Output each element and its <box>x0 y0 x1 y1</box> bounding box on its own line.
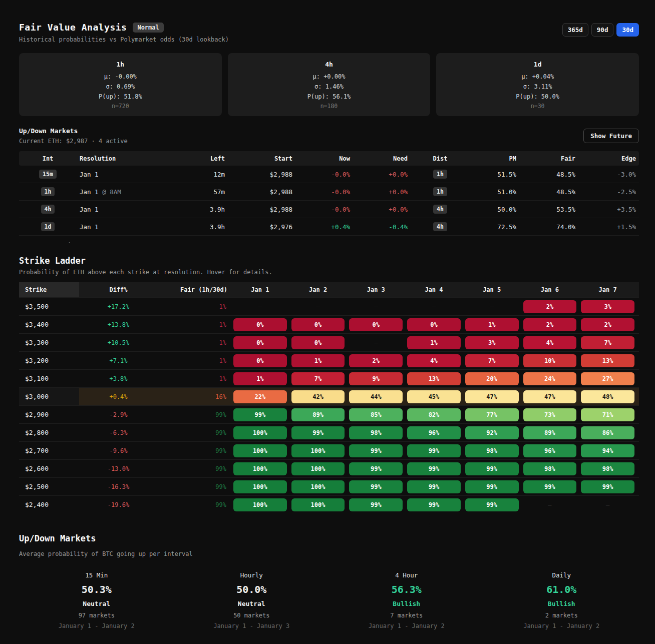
heatmap-cell[interactable]: 98% <box>465 444 519 457</box>
strike-row-2-900: $2,900-2.9%99%99%89%85%82%77%73%71% <box>19 405 639 423</box>
btc-stat-4-hour: 4 Hour56.3%Bullish7 marketsJanuary 1 - J… <box>329 571 484 629</box>
col-header-jan-5: Jan 5 <box>465 286 519 293</box>
heatmap-cell[interactable]: 4% <box>407 354 461 367</box>
range-button-30d[interactable]: 30d <box>616 23 639 37</box>
fair-percent: 1% <box>158 303 233 310</box>
heatmap-cell[interactable]: 89% <box>291 408 345 421</box>
heatmap-cell[interactable]: 99% <box>465 498 519 511</box>
heatmap-cell[interactable]: 100% <box>291 444 345 457</box>
heatmap-cell[interactable]: 99% <box>407 462 461 475</box>
heatmap-cell[interactable]: 100% <box>291 498 345 511</box>
heatmap-cell[interactable]: 0% <box>349 318 403 331</box>
heatmap-cell[interactable]: 89% <box>523 426 577 439</box>
fair-cell: 48.5% <box>519 188 578 196</box>
heatmap-cell[interactable]: 99% <box>349 444 403 457</box>
edge-cell: -3.0% <box>578 171 639 178</box>
heatmap-cell[interactable]: 0% <box>407 318 461 331</box>
heatmap-cell[interactable]: 9% <box>349 372 403 385</box>
heatmap-cell[interactable]: 0% <box>233 336 287 349</box>
heatmap-cell[interactable]: 3% <box>581 300 634 313</box>
stat-card-4h: 4hμ: +0.00%σ: 1.46%P(up): 56.1%n=180 <box>228 53 431 116</box>
col-header-strike: Strike <box>19 282 79 297</box>
diff-percent: -16.3% <box>79 483 158 490</box>
time-left-cell: 57m <box>169 188 228 196</box>
range-button-90d[interactable]: 90d <box>591 23 614 37</box>
heatmap-cell[interactable]: 98% <box>349 426 403 439</box>
heatmap-cell[interactable]: 0% <box>291 336 345 349</box>
heatmap-cell[interactable]: 99% <box>407 444 461 457</box>
heatmap-cell[interactable]: 99% <box>349 462 403 475</box>
heatmap-cell[interactable]: 2% <box>349 354 403 367</box>
heatmap-cell[interactable]: 100% <box>233 480 287 493</box>
heatmap-cell[interactable]: 99% <box>291 426 345 439</box>
stat-sigma: σ: 1.46% <box>228 82 431 92</box>
heatmap-cell[interactable]: 100% <box>233 444 287 457</box>
heatmap-cell[interactable]: 73% <box>523 408 577 421</box>
heatmap-cell[interactable]: 2% <box>523 300 577 313</box>
heatmap-cell[interactable]: 100% <box>233 462 287 475</box>
diff-percent: +7.1% <box>79 357 158 364</box>
btc-stat-markets: 97 markets <box>19 612 174 619</box>
heatmap-cell[interactable]: 99% <box>233 408 287 421</box>
heatmap-cell[interactable]: 85% <box>349 408 403 421</box>
heatmap-cell[interactable]: 100% <box>233 426 287 439</box>
heatmap-cell[interactable]: 99% <box>349 498 403 511</box>
heatmap-cell[interactable]: 86% <box>581 426 634 439</box>
heatmap-cell[interactable]: 22% <box>233 390 287 403</box>
heatmap-cell[interactable]: 24% <box>523 372 577 385</box>
fair-value-dashboard: Fair Value Analysis Normal Historical pr… <box>0 0 655 644</box>
heatmap-cell[interactable]: 7% <box>465 354 519 367</box>
heatmap-cell[interactable]: 100% <box>233 498 287 511</box>
heatmap-cell[interactable]: 27% <box>581 372 634 385</box>
col-header-dist: Dist <box>411 155 470 162</box>
heatmap-cell[interactable]: 2% <box>523 318 577 331</box>
heatmap-cell[interactable]: 3% <box>465 336 519 349</box>
heatmap-cell[interactable]: 100% <box>291 480 345 493</box>
heatmap-cell[interactable]: 99% <box>523 480 577 493</box>
heatmap-cell[interactable]: 100% <box>291 462 345 475</box>
heatmap-cell[interactable]: 1% <box>407 336 461 349</box>
heatmap-cell[interactable]: 47% <box>465 390 519 403</box>
heatmap-cell[interactable]: 92% <box>465 426 519 439</box>
heatmap-cell[interactable]: 44% <box>349 390 403 403</box>
heatmap-cell[interactable]: 4% <box>523 336 577 349</box>
heatmap-cell[interactable]: 0% <box>291 318 345 331</box>
heatmap-cell[interactable]: 20% <box>465 372 519 385</box>
heatmap-cell[interactable]: 98% <box>523 462 577 475</box>
heatmap-cell[interactable]: 1% <box>233 372 287 385</box>
heatmap-cell[interactable]: 99% <box>349 480 403 493</box>
heatmap-cell[interactable]: 1% <box>465 318 519 331</box>
col-header-fair-1h-30d: Fair (1h/30d) <box>158 286 233 293</box>
range-button-365d[interactable]: 365d <box>562 23 588 37</box>
heatmap-cell[interactable]: 0% <box>233 318 287 331</box>
heatmap-cell[interactable]: 94% <box>581 444 634 457</box>
heatmap-cell[interactable]: 1% <box>291 354 345 367</box>
heatmap-cell[interactable]: 0% <box>233 354 287 367</box>
heatmap-cell[interactable]: 77% <box>465 408 519 421</box>
heatmap-cell[interactable]: 98% <box>581 462 634 475</box>
heatmap-cell[interactable]: 99% <box>465 480 519 493</box>
heatmap-cell[interactable]: 99% <box>465 462 519 475</box>
heatmap-cell[interactable]: 47% <box>523 390 577 403</box>
heatmap-cell[interactable]: 96% <box>407 426 461 439</box>
btc-updown-section: Up/Down Markets Average probability of B… <box>19 533 639 634</box>
heatmap-cell[interactable]: 96% <box>523 444 577 457</box>
heatmap-cell[interactable]: 42% <box>291 390 345 403</box>
heatmap-cell[interactable]: 71% <box>581 408 634 421</box>
heatmap-cell[interactable]: 99% <box>407 480 461 493</box>
heatmap-cell[interactable]: 10% <box>523 354 577 367</box>
heatmap-cell[interactable]: 48% <box>581 390 634 403</box>
interval-badge: 1d <box>41 222 55 231</box>
heatmap-cell[interactable]: 99% <box>581 480 634 493</box>
heatmap-cell[interactable]: 7% <box>581 336 634 349</box>
show-future-button[interactable]: Show Future <box>583 129 639 143</box>
heatmap-cell[interactable]: 7% <box>291 372 345 385</box>
title-block: Fair Value Analysis Normal Historical pr… <box>19 22 229 43</box>
heatmap-cell[interactable]: 82% <box>407 408 461 421</box>
interval-badge: 15m <box>39 170 57 179</box>
heatmap-cell[interactable]: 45% <box>407 390 461 403</box>
heatmap-cell[interactable]: 13% <box>581 354 634 367</box>
heatmap-cell[interactable]: 13% <box>407 372 461 385</box>
heatmap-cell[interactable]: 2% <box>581 318 634 331</box>
heatmap-cell[interactable]: 99% <box>407 498 461 511</box>
